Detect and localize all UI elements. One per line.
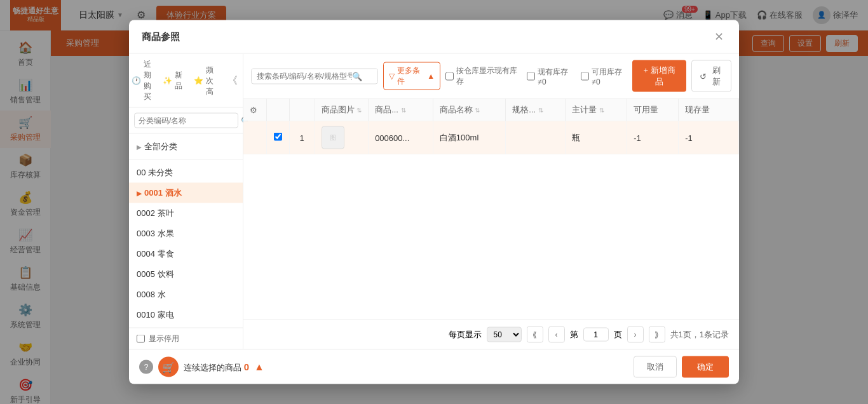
product-table-wrapper: ⚙ 商品图片 ⇅ 商品... ⇅ [243,99,739,320]
frequent-tab[interactable]: ⭐ 频次高 [191,54,222,107]
panel-collapse-button[interactable]: 《 [222,54,243,107]
th-num [289,99,315,121]
page-size-label: 每页显示 [449,329,482,340]
modal-title: 商品参照 [142,30,180,43]
sort-name-icon[interactable]: ⇅ [475,107,480,114]
cart-button[interactable]: 🛒 [158,357,179,377]
help-icon-btn[interactable]: ? [139,360,153,374]
selected-count-badge: 0 [244,361,249,372]
th-available: 可用量 [627,99,679,121]
th-code: 商品... ⇅ [369,99,433,121]
available-stock-checkbox[interactable] [581,72,589,80]
row-stock: -1 [679,121,739,154]
sort-img-icon[interactable]: ⇅ [356,107,362,114]
checkbox-nonzero-stock[interactable]: 现有库存≠0 [527,66,573,86]
all-arrow: ▶ [137,143,142,150]
table-row[interactable]: 1 图 000600... 白酒100ml 瓶 -1 -1 [243,121,739,154]
sort-code-icon[interactable]: ⇅ [401,107,406,114]
row-check[interactable] [266,121,289,154]
page-suffix: 页 [614,329,622,340]
product-search-box: 🔍 [251,68,378,84]
row-name[interactable]: 白酒100ml [433,121,505,154]
product-search-input[interactable] [257,72,352,81]
footer-collapse-btn[interactable]: ▲ [254,361,264,373]
refresh-button[interactable]: ↺ 刷新 [691,60,731,92]
cancel-button[interactable]: 取消 [634,356,677,378]
add-product-button[interactable]: + 新增商品 [632,60,686,92]
page-info: 共1页，1条记录 [670,329,729,340]
toolbar: 🔍 ▽ 更多条件 ▲ 按仓库显示现有库存 现有库存≠0 [243,54,739,99]
new-icon: ✨ [163,76,172,85]
cat-item-0005[interactable]: 0005 饮料 [129,264,243,285]
table-header: ⚙ 商品图片 ⇅ 商品... ⇅ [243,99,739,121]
page-next-btn[interactable]: › [627,327,644,343]
page-number-input[interactable] [583,328,609,342]
cat-item-all[interactable]: ▶ 全部分类 [129,137,243,157]
pagination: 每页显示 50 10 20 100 ⟪ ‹ 第 页 › ⟫ 共1页，1条记录 [243,320,739,349]
th-settings[interactable]: ⚙ [243,99,266,121]
cat-item-00[interactable]: 00 未分类 [129,163,243,183]
th-check [266,99,289,121]
cat-item-0002[interactable]: 0002 茶叶 [129,203,243,224]
more-filter-button[interactable]: ▽ 更多条件 ▲ [383,62,440,90]
sort-unit-icon[interactable]: ⇅ [599,107,604,114]
page-first-btn[interactable]: ⟪ [527,327,543,343]
toolbar-right: + 新增商品 ↺ 刷新 [632,60,731,92]
product-search-icon[interactable]: 🔍 [352,71,362,81]
product-table: ⚙ 商品图片 ⇅ 商品... ⇅ [243,99,739,155]
refresh-icon: ↺ [700,71,707,81]
by-warehouse-checkbox[interactable] [445,72,454,80]
display-disabled-label[interactable]: 显示停用 [149,333,179,344]
cat-item-0001[interactable]: ▶ 0001 酒水 [129,183,243,203]
modal-close-button[interactable]: ✕ [711,29,726,44]
checkbox-by-warehouse[interactable]: 按仓库显示现有库存 [445,65,519,87]
display-disabled-row: 显示停用 [129,328,243,349]
th-stock: 现存量 [679,99,739,121]
th-name: 商品名称 ⇅ [433,99,505,121]
row-code: 000600... [369,121,433,154]
th-img: 商品图片 ⇅ [315,99,369,121]
display-disabled-checkbox[interactable] [137,335,145,343]
page-label: 第 [570,329,578,340]
footer-left: ? 🛒 连续选择的商品 0 ▲ [139,357,264,377]
category-tabs: 🕐 近期购买 ✨ 新品 ⭐ 频次高 《 [129,54,243,108]
confirm-button[interactable]: 确定 [682,356,729,378]
modal-body: 🕐 近期购买 ✨ 新品 ⭐ 频次高 《 🔍 ▶ [129,54,739,349]
row-settings [243,121,266,154]
cat-item-0003[interactable]: 0003 水果 [129,224,243,244]
row-unit: 瓶 [566,121,627,154]
recent-purchase-tab[interactable]: 🕐 近期购买 [129,54,160,107]
page-prev-btn[interactable]: ‹ [548,327,565,343]
th-unit: 主计量 ⇅ [566,99,627,121]
active-arrow: ▶ [137,189,142,196]
row-spec [506,121,566,154]
checkbox-available-stock[interactable]: 可用库存≠0 [581,66,627,86]
row-checkbox[interactable] [274,133,282,141]
nonzero-stock-checkbox[interactable] [527,72,535,80]
filter-icon: ▽ [389,72,395,81]
category-search: 🔍 [129,108,243,134]
cat-separator [129,159,243,160]
recent-icon: 🕐 [132,76,141,85]
footer-right: 取消 确定 [634,356,729,378]
filter-checkboxes: 按仓库显示现有库存 现有库存≠0 可用库存≠0 [445,65,627,87]
star-icon: ⭐ [194,76,203,85]
page-size-select[interactable]: 50 10 20 100 [487,327,522,342]
page-last-btn[interactable]: ⟫ [649,327,665,343]
new-product-tab[interactable]: ✨ 新品 [160,54,191,107]
row-available: -1 [627,121,679,154]
right-panel: 🔍 ▽ 更多条件 ▲ 按仓库显示现有库存 现有库存≠0 [243,54,739,349]
category-search-input[interactable] [134,113,238,128]
product-reference-modal: 商品参照 ✕ 🕐 近期购买 ✨ 新品 ⭐ 频次高 《 [129,20,739,384]
category-panel: 🕐 近期购买 ✨ 新品 ⭐ 频次高 《 🔍 ▶ [129,54,243,349]
cat-item-0010[interactable]: 0010 家电 [129,305,243,325]
cat-item-0008[interactable]: 0008 水 [129,285,243,305]
filter-arrow: ▲ [427,72,435,81]
sort-spec-icon[interactable]: ⇅ [538,107,543,114]
selected-label: 连续选择的商品 0 [184,361,249,373]
modal-header: 商品参照 ✕ [129,20,739,54]
product-image: 图 [322,126,344,149]
th-spec: 规格... ⇅ [506,99,566,121]
category-list: ▶ 全部分类 00 未分类 ▶ 0001 酒水 0002 茶叶 0003 水果 [129,134,243,328]
cat-item-0004[interactable]: 0004 零食 [129,244,243,264]
